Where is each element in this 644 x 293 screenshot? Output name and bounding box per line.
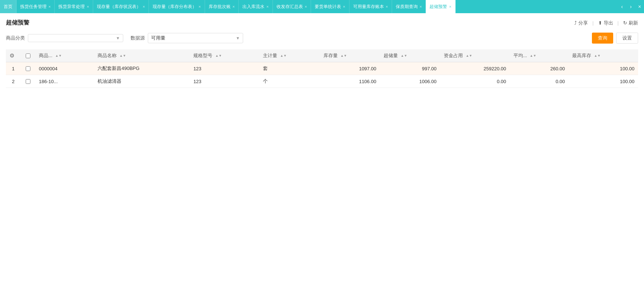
nav-tab-overstock-close[interactable]: ×	[449, 4, 451, 9]
nav-tab-overstock[interactable]: 超储预警 ×	[426, 0, 455, 13]
nav-tab-order-stat-close[interactable]: ×	[343, 4, 345, 9]
nav-tab-pick-exception-close[interactable]: ×	[87, 4, 89, 9]
data-table: ⚙ 商品... ▲▼ 商品名称 ▲▼ 规格型号 ▲▼	[6, 49, 638, 88]
col-avg[interactable]: 平均... ▲▼	[510, 49, 568, 62]
col-max-stock[interactable]: 最高库存 ▲▼	[568, 49, 638, 62]
nav-tab-flow-close[interactable]: ×	[266, 4, 268, 9]
nav-tab-home[interactable]: 首页	[0, 0, 17, 13]
share-button[interactable]: ⤴ 分享	[574, 20, 588, 26]
nav-tab-avail-stock-label: 可用量库存账本	[353, 4, 384, 10]
nav-tab-batch-close[interactable]: ×	[233, 4, 235, 9]
nav-tab-pick-task-close[interactable]: ×	[48, 4, 51, 9]
nav-tab-avail-stock[interactable]: 可用量库存账本 ×	[350, 0, 392, 13]
select-all-checkbox[interactable]	[26, 53, 30, 58]
table-body: 1 0000004 六配套新昌490BPG 123 套 1097.00 997.…	[6, 62, 638, 88]
nav-tab-order-stat[interactable]: 要货单统计表 ×	[311, 0, 349, 13]
col-stock[interactable]: 库存量 ▲▼	[320, 49, 380, 62]
row-unit-0: 套	[259, 62, 319, 75]
nav-tab-home-label: 首页	[4, 4, 12, 10]
nav-tab-batch-label: 库存批次账	[209, 4, 231, 10]
row-max-stock-1: 100.00	[568, 75, 638, 88]
divider-2: |	[618, 20, 619, 26]
row-unit-1: 个	[259, 75, 319, 88]
col-unit[interactable]: 主计量 ▲▼	[259, 49, 319, 62]
share-label: 分享	[578, 20, 588, 26]
row-checkbox-0[interactable]	[21, 62, 35, 75]
category-select[interactable]: ▼	[28, 34, 123, 42]
row-stock-1: 1106.00	[320, 75, 380, 88]
row-select-checkbox-0[interactable]	[26, 66, 30, 71]
nav-arrow-close[interactable]: ×	[635, 0, 644, 13]
nav-tab-stock-status-close[interactable]: ×	[143, 4, 145, 9]
nav-tab-stock-dist-label: 现存量（库存分布表）	[153, 4, 197, 10]
settings-button[interactable]: 设置	[616, 33, 638, 44]
sort-icon-spec: ▲▼	[215, 54, 222, 58]
row-product-name-1: 机油滤清器	[94, 75, 190, 88]
sort-icon-stock: ▲▼	[340, 54, 347, 58]
nav-tab-expiry[interactable]: 保质期查询 ×	[392, 0, 426, 13]
datasource-select[interactable]: 可用量 ▼	[148, 33, 243, 43]
row-product-name-0: 六配套新昌490BPG	[94, 62, 190, 75]
col-select-all[interactable]	[21, 49, 35, 62]
query-button[interactable]: 查询	[592, 33, 613, 44]
gear-icon[interactable]: ⚙	[10, 52, 14, 59]
filter-category: 商品分类 ▼	[6, 34, 123, 42]
nav-tab-stock-dist[interactable]: 现存量（库存分布表） ×	[149, 0, 205, 13]
row-capital-1: 0.00	[440, 75, 510, 88]
sort-icon-max-stock: ▲▼	[594, 54, 601, 58]
nav-tab-stock-status[interactable]: 现存量（库存状况表） ×	[93, 0, 149, 13]
sort-icon-unit: ▲▼	[280, 54, 287, 58]
row-select-checkbox-1[interactable]	[26, 79, 30, 84]
row-product-code-0: 0000004	[35, 62, 94, 75]
nav-tab-summary-label: 收发存汇总表	[277, 4, 303, 10]
col-capital[interactable]: 资金占用 ▲▼	[440, 49, 510, 62]
sort-icon-product-code: ▲▼	[55, 54, 62, 58]
row-product-code-1: 186-10...	[35, 75, 94, 88]
nav-tab-flow[interactable]: 出入库流水 ×	[239, 0, 272, 13]
filter-datasource-label: 数据源	[131, 35, 145, 41]
nav-tab-summary-close[interactable]: ×	[305, 4, 307, 9]
sort-icon-product-name: ▲▼	[120, 54, 126, 58]
col-unit-label: 主计量	[263, 53, 277, 58]
row-num-0: 1	[6, 62, 21, 75]
nav-tab-pick-task[interactable]: 拣货任务管理 ×	[17, 0, 55, 13]
row-stock-0: 1097.00	[320, 62, 380, 75]
table-row: 1 0000004 六配套新昌490BPG 123 套 1097.00 997.…	[6, 62, 638, 75]
row-avg-1: 0.00	[510, 75, 568, 88]
filter-row: 商品分类 ▼ 数据源 可用量 ▼ 查询 设置	[6, 33, 638, 44]
col-settings[interactable]: ⚙	[6, 49, 21, 62]
row-checkbox-1[interactable]	[21, 75, 35, 88]
row-num-1: 2	[6, 75, 21, 88]
divider-1: |	[592, 20, 593, 26]
col-spec[interactable]: 规格型号 ▲▼	[190, 49, 259, 62]
row-max-stock-0: 100.00	[568, 62, 638, 75]
nav-tab-summary[interactable]: 收发存汇总表 ×	[273, 0, 311, 13]
share-icon: ⤴	[574, 20, 577, 26]
export-icon: ⬆	[598, 20, 602, 26]
col-overstock[interactable]: 超储量 ▲▼	[380, 49, 440, 62]
page-header: 超储预警 ⤴ 分享 | ⬆ 导出 | ↻ 刷新	[6, 19, 638, 27]
nav-tab-flow-label: 出入库流水	[242, 4, 264, 10]
refresh-button[interactable]: ↻ 刷新	[623, 20, 638, 26]
nav-tab-stock-status-label: 现存量（库存状况表）	[97, 4, 141, 10]
nav-arrow-right[interactable]: ›	[626, 0, 635, 13]
nav-tab-pick-exception[interactable]: 拣货异常处理 ×	[55, 0, 93, 13]
refresh-icon: ↻	[623, 20, 627, 26]
col-max-stock-label: 最高库存	[572, 53, 591, 58]
refresh-label: 刷新	[629, 20, 638, 26]
nav-tab-batch[interactable]: 库存批次账 ×	[205, 0, 239, 13]
datasource-select-value: 可用量	[151, 35, 165, 41]
nav-tab-pick-exception-label: 拣货异常处理	[58, 4, 85, 10]
nav-tab-order-stat-label: 要货单统计表	[315, 4, 341, 10]
top-nav: 首页 拣货任务管理 × 拣货异常处理 × 现存量（库存状况表） × 现存量（库存…	[0, 0, 644, 13]
col-product-name[interactable]: 商品名称 ▲▼	[94, 49, 190, 62]
row-spec-1: 123	[190, 75, 259, 88]
nav-tab-stock-dist-close[interactable]: ×	[198, 4, 201, 9]
nav-tab-expiry-close[interactable]: ×	[420, 4, 422, 9]
filter-datasource: 数据源 可用量 ▼	[131, 33, 243, 43]
nav-tab-avail-stock-close[interactable]: ×	[386, 4, 388, 9]
nav-arrow-left[interactable]: ‹	[618, 0, 626, 13]
export-button[interactable]: ⬆ 导出	[598, 20, 613, 26]
col-product-code[interactable]: 商品... ▲▼	[35, 49, 94, 62]
col-spec-label: 规格型号	[193, 53, 212, 58]
